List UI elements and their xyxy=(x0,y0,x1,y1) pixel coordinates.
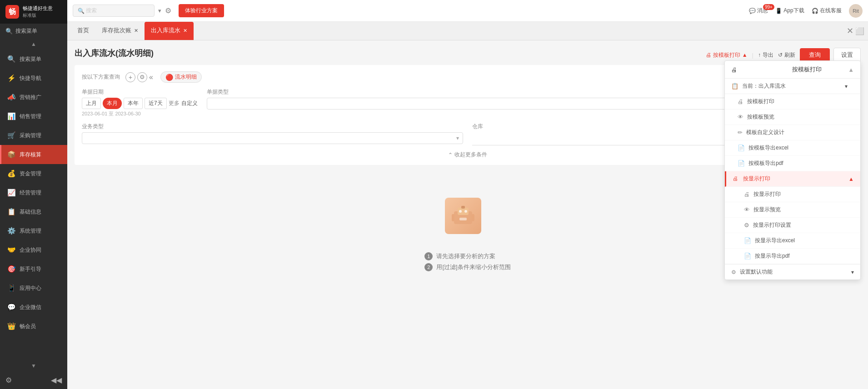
nav-label-basic: 基础信息 xyxy=(20,208,41,216)
sidebar-item-guide[interactable]: 🎯 新手引导 xyxy=(0,259,67,279)
template-export-pdf-item[interactable]: 📄 按模板导出pdf xyxy=(725,156,860,171)
sidebar-item-purchase[interactable]: 🛒 采购管理 xyxy=(0,126,67,145)
headset-icon: 🎧 xyxy=(812,8,818,14)
sidebar-search[interactable]: 🔍 搜索菜单 xyxy=(0,24,67,39)
topbar-gear-icon[interactable]: ⚙ xyxy=(165,6,171,15)
nav-label-purchase: 采购管理 xyxy=(20,132,41,140)
topbar-dropdown[interactable]: ▾ xyxy=(158,7,161,14)
display-print-settings-item[interactable]: ⚙ 按显示打印设置 xyxy=(725,218,860,233)
nav-label-member: 畅会员 xyxy=(20,323,36,330)
refresh-btn[interactable]: ↺ 刷新 xyxy=(778,51,795,59)
tab-flow[interactable]: 出入库流水 ✕ xyxy=(145,22,194,40)
sidebar-item-cooperation[interactable]: 🤝 企业协同 xyxy=(0,240,67,259)
search-icon: 🔍 xyxy=(5,28,13,35)
export-icon: ↑ xyxy=(758,52,761,58)
export-label: 导出 xyxy=(763,51,773,59)
template-print-item-1[interactable]: 🖨 按模板打印 xyxy=(725,94,860,110)
nav-icon-cooperation: 🤝 xyxy=(7,245,16,254)
empty-step-2: 2 用[过滤]条件来缩小分析范围 xyxy=(424,263,510,271)
tab-close-all-btn[interactable]: ✕ xyxy=(847,26,853,36)
topbar-search-icon: 🔍 xyxy=(78,8,85,14)
topbar-search[interactable]: 🔍 搜索 xyxy=(73,5,155,17)
dropdown-chevrons[interactable]: ▲ xyxy=(848,66,854,73)
nav-icon-inventory: 📦 xyxy=(7,150,16,159)
service-label: 在线客服 xyxy=(820,7,842,15)
export-btn[interactable]: ↑ 导出 xyxy=(758,51,773,59)
business-type-select[interactable]: ▾ xyxy=(82,132,463,144)
display-export-excel-label: 按显示导出excel xyxy=(755,237,795,244)
template-export-excel-item[interactable]: 📄 按模板导出excel xyxy=(725,140,860,156)
template-export-pdf-icon: 📄 xyxy=(738,160,745,167)
template-print-icon-1: 🖨 xyxy=(738,98,743,105)
sidebar-item-system[interactable]: ⚙️ 系统管理 xyxy=(0,221,67,240)
date-btn-last-month[interactable]: 上月 xyxy=(82,98,101,109)
tab-home[interactable]: 首页 xyxy=(71,22,95,40)
user-avatar[interactable]: Rit xyxy=(849,4,863,18)
settings-icon[interactable]: ⚙ xyxy=(5,376,12,384)
tabs-bar: 首页 库存批次账 ✕ 出入库流水 ✕ ✕ ⬜ xyxy=(67,22,868,40)
sidebar-item-sales[interactable]: 📊 销售管理 xyxy=(0,107,67,126)
display-preview-item[interactable]: 👁 按显示预览 xyxy=(725,202,860,218)
display-export-pdf-item[interactable]: 📄 按显示导出pdf xyxy=(725,249,860,264)
filter-settings-btn[interactable]: ⚙ xyxy=(137,72,147,82)
print-dropdown-btn[interactable]: 🖨 按模板打印 ▲ xyxy=(706,51,748,59)
display-print-item[interactable]: 🖨 按显示打印 xyxy=(725,187,860,202)
sidebar-item-marketing[interactable]: 📣 营销推广 xyxy=(0,88,67,107)
date-btn-7days[interactable]: 近7天 xyxy=(145,98,167,109)
nav-icon-purchase: 🛒 xyxy=(7,131,16,140)
tab-batch-close[interactable]: ✕ xyxy=(134,28,138,34)
display-export-excel-item[interactable]: 📄 按显示导出excel xyxy=(725,233,860,249)
query-btn[interactable]: 查询 xyxy=(800,48,830,62)
current-template-chevron: ▾ xyxy=(845,83,848,90)
step-2-text: 用[过滤]条件来缩小分析范围 xyxy=(436,263,510,271)
filter-collapse-btn[interactable]: « xyxy=(149,73,153,81)
nav-icon-sales: 📊 xyxy=(7,112,16,121)
date-custom-btn[interactable]: 自定义 xyxy=(181,100,198,107)
filter-add-btn[interactable]: + xyxy=(125,72,135,82)
sidebar-item-inventory[interactable]: 📦 库存核算 xyxy=(0,145,67,164)
sidebar-scroll-down[interactable]: ▼ xyxy=(0,360,67,371)
sidebar-scroll-up[interactable]: ▲ xyxy=(0,39,67,50)
step-1-text: 请先选择要分析的方案 xyxy=(436,252,495,260)
date-btn-this-year[interactable]: 本年 xyxy=(124,98,143,109)
current-template-item[interactable]: 📋 当前：出入库流水 ▾ xyxy=(725,79,860,94)
sidebar-item-search[interactable]: 🔍 搜索菜单 xyxy=(0,50,67,69)
empty-svg-icon xyxy=(449,202,477,229)
topbar-left: 🔍 搜索 ▾ ⚙ 体验行业方案 xyxy=(73,4,749,17)
nav-label-finance: 资金管理 xyxy=(20,170,41,178)
message-badge: 99+ xyxy=(763,4,774,10)
svg-point-3 xyxy=(464,210,467,213)
logo-icon: 畅 xyxy=(5,5,19,19)
industry-btn[interactable]: 体验行业方案 xyxy=(179,4,224,17)
nav-label-marketing: 营销推广 xyxy=(20,94,41,101)
sidebar-item-quick-nav[interactable]: ⚡ 快捷导航 xyxy=(0,69,67,88)
sidebar-item-basic[interactable]: 📋 基础信息 xyxy=(0,202,67,221)
collapse-sidebar-icon[interactable]: ◀◀ xyxy=(51,376,62,384)
sub-filter-tag[interactable]: 🔴 流水明细 xyxy=(160,71,202,83)
template-design-icon: ✏ xyxy=(738,129,743,136)
sidebar-item-finance[interactable]: 💰 资金管理 xyxy=(0,164,67,183)
service-btn[interactable]: 🎧 在线客服 xyxy=(812,7,842,15)
sidebar-item-wechat[interactable]: 💬 企业微信 xyxy=(0,298,67,317)
tab-flow-close[interactable]: ✕ xyxy=(183,28,187,34)
template-preview-item[interactable]: 👁 按模板预览 xyxy=(725,110,860,125)
tab-batch[interactable]: 库存批次账 ✕ xyxy=(95,22,145,40)
app-download-btn[interactable]: 📱 App下载 xyxy=(775,7,804,15)
date-btn-this-month[interactable]: 本月 xyxy=(103,98,122,109)
business-type-field: 业务类型 ▾ xyxy=(82,123,463,144)
template-design-item[interactable]: ✏ 模板自定义设计 xyxy=(725,125,860,140)
sidebar-item-apps[interactable]: 📱 应用中心 xyxy=(0,279,67,298)
message-btn[interactable]: 💬 消息 99+ xyxy=(749,7,768,15)
sidebar-item-operations[interactable]: 📈 经营管理 xyxy=(0,183,67,202)
sidebar: 畅 畅捷通好生意 标准版 🔍 搜索菜单 ▲ 🔍 搜索菜单 ⚡ 快捷导航 📣 营销… xyxy=(0,0,67,389)
dropdown-footer[interactable]: ⚙ 设置默认功能 ▾ xyxy=(725,264,860,279)
display-print-section-chevron-up: ▲ xyxy=(848,176,854,182)
date-more-btn[interactable]: 更多 xyxy=(169,100,180,107)
display-print-section-header[interactable]: 🖨 按显示打印 ▲ xyxy=(725,171,860,187)
sidebar-item-member[interactable]: 👑 畅会员 xyxy=(0,317,67,336)
display-export-excel-icon: 📄 xyxy=(744,237,751,244)
nav-icon-operations: 📈 xyxy=(7,188,16,197)
display-print-section: 🖨 按显示打印 👁 按显示预览 ⚙ 按显示打印设置 📄 按显示导出excel 📄 xyxy=(725,187,860,264)
topbar: 🔍 搜索 ▾ ⚙ 体验行业方案 💬 消息 99+ 📱 App下载 🎧 xyxy=(67,0,868,22)
tab-maximize-btn[interactable]: ⬜ xyxy=(855,27,864,35)
